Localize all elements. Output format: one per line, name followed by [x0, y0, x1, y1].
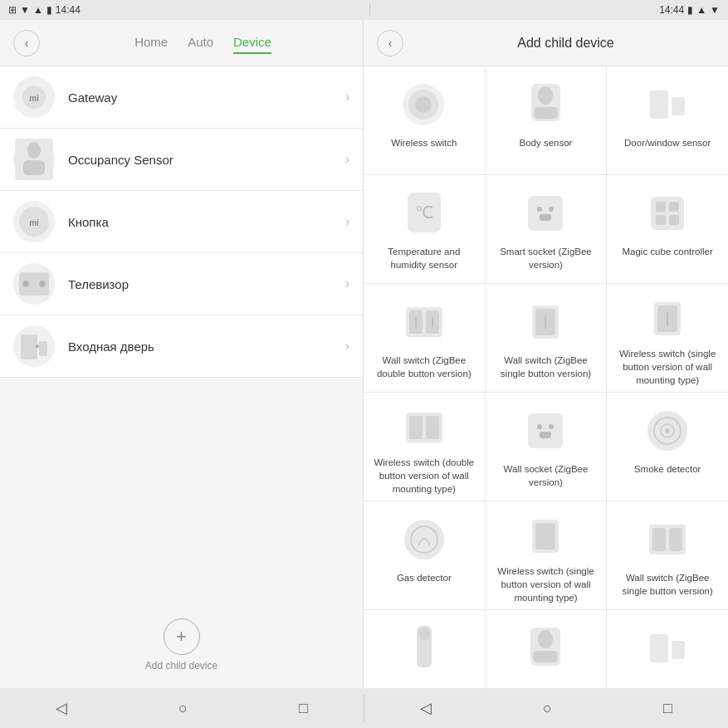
grid-item-wall-switch-single4[interactable]: Wall switch (ZigBee single button versio… [607, 501, 728, 609]
svg-rect-31 [669, 202, 679, 212]
device-icon-knopka: mi [13, 201, 55, 242]
right-header: ‹ Add child device [364, 20, 728, 66]
grid-item-body-sensor[interactable]: Body sensor [486, 66, 607, 174]
svg-rect-20 [534, 107, 558, 119]
grid-label-wireless-single-wall3: Wireless switch (single button version o… [492, 564, 600, 604]
grid-item-smart-socket[interactable]: Smart socket (ZigBee version) [486, 175, 607, 283]
device-arrow-tv: › [345, 276, 349, 291]
grid-item-temp-humidity[interactable]: ℃ Temperature and humidity sensor [364, 175, 485, 283]
home-button-right[interactable]: ○ [530, 693, 565, 724]
left-header: ‹ Home Auto Device [0, 20, 363, 66]
grid-item-magic-cube[interactable]: Magic cube controller [607, 175, 728, 283]
grid-label-wall-double: Wall switch (ZigBee double button versio… [370, 354, 478, 380]
svg-rect-68 [650, 634, 668, 662]
bottom-nav: ◁ ○ □ ◁ ○ □ [0, 688, 728, 728]
device-icon-door [13, 325, 55, 367]
svg-rect-29 [651, 197, 684, 230]
device-icon-tv [13, 263, 55, 305]
svg-rect-59 [535, 523, 555, 550]
grid-label-gas-detector: Gas detector [397, 571, 452, 584]
tab-auto[interactable]: Auto [188, 32, 213, 54]
device-name-tv: Телевизор [68, 277, 345, 291]
back-button-right[interactable]: ◁ [407, 692, 445, 724]
svg-point-11 [41, 282, 44, 286]
grid-item-person2[interactable] [486, 610, 607, 688]
grid-icon-temp-humidity: ℃ [399, 188, 449, 238]
add-child-button[interactable]: + [164, 618, 200, 655]
grid-icon-wireless-double-wall [399, 406, 449, 449]
device-item-occupancy[interactable]: Occupancy Sensor › [0, 129, 363, 191]
grid-item-door-window[interactable]: Door/window sensor [607, 66, 728, 174]
grid-icon-body-sensor [520, 80, 570, 129]
grid-item-wireless-single-wall3[interactable]: Wireless switch (single button version o… [486, 501, 607, 609]
status-icon: ⊞ [8, 4, 17, 16]
svg-rect-30 [656, 202, 666, 212]
recent-button-right[interactable]: □ [650, 693, 686, 724]
grid-item-wall-socket-zigbee[interactable]: Wall socket (ZigBee version) [486, 393, 607, 501]
svg-rect-21 [650, 90, 668, 119]
recent-button-left[interactable]: □ [286, 693, 321, 724]
grid-label-wireless-switch: Wireless switch [391, 136, 457, 149]
right-back-button[interactable]: ‹ [377, 30, 403, 56]
device-item-door[interactable]: Входная дверь › [0, 315, 363, 378]
status-bar-left: ⊞ ▼ ▲ ▮ 14:44 [8, 4, 81, 16]
tab-home[interactable]: Home [134, 32, 168, 54]
grid-item-wireless-double-wall[interactable]: Wireless switch (double button version o… [364, 393, 485, 501]
grid-item-wireless-wall-single[interactable]: Wireless switch (single button version o… [607, 284, 728, 392]
left-back-button[interactable]: ‹ [13, 30, 40, 56]
grid-icon-wireless-switch [399, 80, 449, 129]
grid-item-tall-device[interactable] [364, 610, 485, 688]
main-content: ‹ Home Auto Device mi Gateway › [0, 20, 728, 688]
svg-rect-51 [540, 432, 551, 438]
add-child-label: Add child device [145, 660, 217, 672]
grid-label-smart-socket: Smart socket (ZigBee version) [492, 245, 600, 271]
grid-item-smoke-detector[interactable]: Smoke detector [607, 393, 728, 501]
svg-rect-25 [528, 196, 563, 231]
right-panel: ‹ Add child device Wireless switch [364, 20, 728, 688]
grid-label-wall-switch-single4: Wall switch (ZigBee single button versio… [613, 571, 721, 598]
svg-rect-61 [652, 528, 666, 551]
svg-rect-32 [656, 215, 666, 225]
svg-point-55 [665, 428, 670, 433]
grid-icon-wall-switch-single4 [642, 515, 692, 564]
device-arrow-door: › [345, 339, 349, 354]
device-item-gateway[interactable]: mi Gateway › [0, 66, 363, 129]
svg-rect-67 [533, 651, 558, 662]
device-item-knopka[interactable]: mi Кнопка › [0, 191, 363, 253]
home-button-left[interactable]: ○ [165, 693, 201, 724]
grid-label-wall-socket-zigbee: Wall socket (ZigBee version) [492, 462, 600, 489]
grid-icon-gas-detector [399, 515, 449, 564]
svg-rect-62 [669, 528, 682, 551]
device-item-tv[interactable]: Телевизор › [0, 253, 363, 315]
svg-text:℃: ℃ [415, 203, 433, 222]
bottom-nav-left: ◁ ○ □ [0, 692, 364, 724]
grid-icon-wireless-wall-single [642, 297, 692, 340]
svg-rect-48 [528, 413, 563, 448]
device-arrow-knopka: › [345, 214, 349, 229]
svg-point-9 [24, 282, 27, 286]
back-button-left[interactable]: ◁ [42, 692, 81, 724]
grid-icon-wireless-single-wall3 [520, 515, 570, 558]
add-child-section: + Add child device [0, 602, 363, 688]
svg-rect-22 [672, 97, 685, 115]
grid-label-temp-humidity: Temperature and humidity sensor [370, 245, 478, 271]
svg-rect-28 [540, 214, 551, 221]
grid-icon-tall-device [399, 623, 449, 673]
grid-icon-door2 [642, 623, 692, 673]
grid-icon-smart-socket [520, 188, 570, 238]
grid-item-wireless-switch[interactable]: Wireless switch [364, 66, 485, 174]
grid-item-wall-single[interactable]: Wall switch (ZigBee single button versio… [486, 284, 607, 392]
grid-item-door2[interactable] [607, 610, 728, 688]
right-header-title: Add child device [417, 36, 715, 51]
status-battery: ▮ [46, 4, 52, 16]
nav-tabs: Home Auto Device [56, 32, 349, 54]
tab-device[interactable]: Device [233, 32, 271, 54]
svg-rect-13 [39, 341, 47, 356]
grid-item-gas-detector[interactable]: Gas detector [364, 501, 485, 609]
grid-label-body-sensor: Body sensor [520, 136, 573, 149]
grid-icon-magic-cube [642, 188, 692, 238]
device-arrow-occupancy: › [345, 152, 349, 167]
grid-item-wall-double[interactable]: Wall switch (ZigBee double button versio… [364, 284, 485, 392]
status-time-left: 14:44 [56, 4, 81, 16]
status-wifi: ▼ [20, 4, 30, 16]
